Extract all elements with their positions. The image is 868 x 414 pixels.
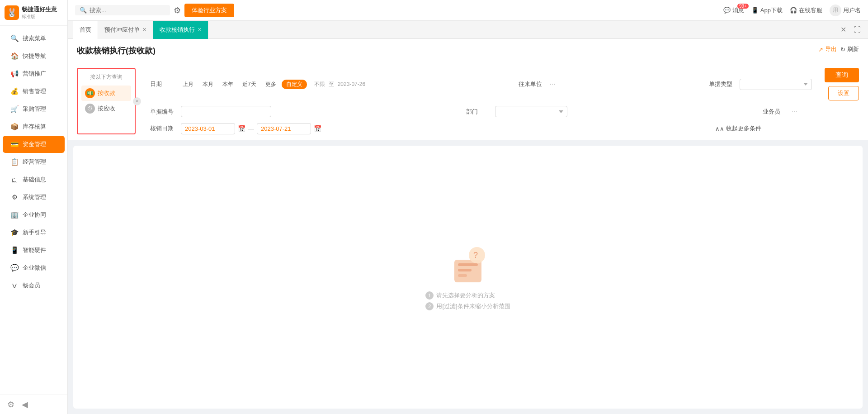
sidebar-item-basic[interactable]: 🗂 基础信息: [3, 171, 65, 188]
dept-select[interactable]: [495, 106, 567, 117]
filter-main: 日期 上月 本月 本年 近7天 更多 自定义 不限 至 2023-07-26: [143, 68, 859, 134]
empty-tips: 1 请先选择要分析的方案 2 用[过滤]条件来缩小分析范围: [425, 291, 510, 313]
message-btn[interactable]: 💬 消息 99+: [723, 6, 744, 14]
sidebar-item-marketing[interactable]: 📢 营销推广: [3, 65, 65, 82]
tab-writeoff[interactable]: 收款核销执行 ✕: [153, 21, 208, 39]
bill-no-input[interactable]: [181, 106, 271, 117]
corp-icon: 🏢: [10, 211, 19, 219]
user-menu[interactable]: 用 用户名: [830, 5, 861, 16]
sidebar-item-operation[interactable]: 📋 经营管理: [3, 153, 65, 171]
calendar-to-icon[interactable]: 📅: [314, 125, 321, 132]
wecom-icon: 💬: [10, 264, 19, 272]
date-tab-last-month[interactable]: 上月: [179, 80, 197, 89]
filter-row-billno: 单据编号 部门 业务员 ···: [150, 106, 859, 117]
empty-state: ? 1 请先选择要分析的方案 2 用[过滤]条件来缩小分析范围: [73, 146, 863, 409]
sidebar-item-vip[interactable]: V 畅会员: [3, 277, 65, 294]
tabbar-actions: ✕ ⛶: [839, 24, 863, 36]
system-icon: ⚙: [10, 193, 19, 201]
empty-illustration: ?: [445, 242, 491, 287]
date-tab-this-month[interactable]: 本月: [199, 80, 217, 89]
date-tab-this-year[interactable]: 本年: [219, 80, 237, 89]
svg-rect-3: [458, 274, 467, 277]
expand-tab-icon[interactable]: ⛶: [852, 24, 863, 36]
svg-rect-2: [458, 269, 472, 271]
more-conditions-btn[interactable]: ∧∧ 收起更多条件: [715, 123, 761, 134]
sidebar-item-inventory[interactable]: 📦 库存核算: [3, 118, 65, 135]
date-range-display: 不限 至 2023-07-26: [314, 81, 365, 88]
app-download-btn[interactable]: 📱 App下载: [751, 6, 783, 14]
receipt-icon: 💵: [85, 88, 95, 98]
online-service-btn[interactable]: 🎧 在线客服: [790, 6, 822, 14]
filter-collapse-btn[interactable]: «: [133, 97, 141, 105]
date-tab-7days[interactable]: 近7天: [239, 80, 260, 89]
query-btn[interactable]: 查询: [825, 68, 859, 82]
close-tab-prepay-icon[interactable]: ✕: [142, 27, 146, 33]
writeoff-date-to-input[interactable]: [257, 123, 311, 134]
marketing-icon: 📢: [10, 70, 19, 78]
date-tab-more[interactable]: 更多: [262, 80, 280, 89]
empty-tip-row-1: 1 请先选择要分析的方案: [425, 291, 510, 300]
bill-type-select[interactable]: [740, 79, 812, 90]
sidebar-nav: 🔍 搜索菜单 🏠 快捷导航 📢 营销推广 💰 销售管理 🛒 采购管理 📦 库存核…: [0, 26, 67, 395]
hardware-icon: 📱: [10, 246, 19, 254]
writeoff-date-from-input[interactable]: [181, 123, 235, 134]
search-icon: 🔍: [10, 34, 19, 43]
counterpart-label: 往来单位: [519, 80, 542, 88]
topbar-gear-icon[interactable]: ⚙: [174, 5, 181, 15]
message-icon: 💬: [723, 7, 731, 14]
filter-area: 按以下方查询 💵 按收款 ⏱ 按应收 « 日期 上月 本月: [68, 62, 868, 140]
sidebar-item-corp[interactable]: 🏢 企业协同: [3, 206, 65, 224]
filter-row-writeoff-date: 核销日期 📅 — 📅 ∧∧ 收起更多条件: [150, 123, 859, 134]
settings-bottom-icon[interactable]: ⚙: [7, 400, 14, 409]
bill-type-label: 单据类型: [709, 80, 732, 88]
calendar-from-icon[interactable]: 📅: [238, 125, 245, 132]
date-tabs: 上月 本月 本年 近7天 更多 自定义: [179, 80, 307, 89]
page-title: 收款核销执行(按收款): [77, 45, 156, 62]
avatar: 用: [830, 5, 841, 16]
topbar: 🔍 ⚙ 体验行业方案 💬 消息 99+ 📱 App下载 🎧 在线客服 用: [68, 0, 868, 21]
receivable-icon: ⏱: [85, 104, 95, 114]
date-tab-custom[interactable]: 自定义: [282, 80, 307, 89]
dept-label: 部门: [466, 108, 488, 116]
sidebar-bottom: ⚙ ◀: [0, 395, 67, 414]
export-btn[interactable]: ↗ 导出: [818, 45, 837, 53]
topbar-search-input[interactable]: [90, 7, 165, 14]
sidebar-item-purchase[interactable]: 🛒 采购管理: [3, 100, 65, 118]
tab-prepay[interactable]: 预付冲应付单 ✕: [98, 21, 153, 39]
refresh-btn[interactable]: ↻ 刷新: [840, 45, 859, 53]
filter-option-by-receipt[interactable]: 💵 按收款: [81, 86, 131, 101]
sidebar-item-sales[interactable]: 💰 销售管理: [3, 83, 65, 100]
topbar-search-area[interactable]: 🔍: [75, 5, 170, 15]
sidebar-item-wecom[interactable]: 💬 企业微信: [3, 259, 65, 276]
guide-icon: 🎓: [10, 228, 19, 237]
operation-icon: 📋: [10, 158, 19, 166]
staff-label: 业务员: [763, 108, 784, 116]
topbar-right: 💬 消息 99+ 📱 App下载 🎧 在线客服 用 用户名: [723, 5, 861, 16]
purchase-icon: 🛒: [10, 105, 19, 113]
filter-sidebar-title: 按以下方查询: [81, 73, 131, 81]
sidebar: 🐰 畅捷通好生意 标准版 🔍 搜索菜单 🏠 快捷导航 📢 营销推广 💰 销售管理…: [0, 0, 68, 414]
settings-btn[interactable]: 设置: [828, 86, 859, 100]
filter-option-by-receivable[interactable]: ⏱ 按应收: [81, 101, 131, 116]
page-header-actions: ↗ 导出 ↻ 刷新: [818, 45, 859, 53]
sidebar-item-system[interactable]: ⚙ 系统管理: [3, 189, 65, 206]
tab-home[interactable]: 首页: [73, 21, 98, 39]
sidebar-item-guide[interactable]: 🎓 新手引导: [3, 224, 65, 241]
sidebar-item-hardware[interactable]: 📱 智能硬件: [3, 242, 65, 259]
query-actions: 查询 设置: [819, 68, 859, 100]
sidebar-item-search[interactable]: 🔍 搜索菜单: [3, 30, 65, 47]
close-tab-action-icon[interactable]: ✕: [839, 24, 848, 36]
basic-icon: 🗂: [10, 176, 19, 184]
sidebar-item-finance[interactable]: 💳 资金管理: [3, 136, 65, 153]
sidebar-item-quicknav[interactable]: 🏠 快捷导航: [3, 48, 65, 65]
logo-text: 畅捷通好生意 标准版: [22, 6, 57, 19]
writeoff-date-range: 📅 — 📅: [181, 123, 321, 134]
counterpart-dots: ···: [549, 80, 555, 88]
home-icon: 🏠: [10, 52, 19, 60]
close-tab-writeoff-icon[interactable]: ✕: [198, 27, 202, 33]
refresh-icon: ↻: [840, 46, 845, 53]
industry-btn[interactable]: 体验行业方案: [184, 4, 234, 17]
vip-icon: V: [10, 282, 19, 290]
collapse-sidebar-icon[interactable]: ◀: [22, 400, 28, 409]
date-label: 日期: [150, 80, 172, 88]
